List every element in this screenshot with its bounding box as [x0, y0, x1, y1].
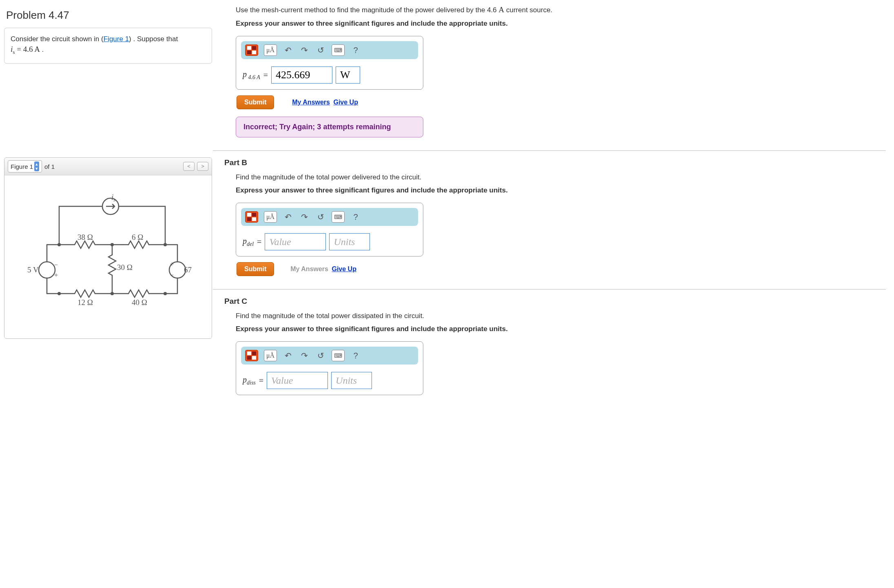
problem-text-post: ) . Suppose that [129, 35, 178, 43]
part-c: Part C Find the magnitude of the total p… [224, 297, 886, 395]
keyboard-icon[interactable]: ⌨ [332, 211, 345, 223]
figure-link[interactable]: Figure 1 [104, 35, 129, 43]
redo-icon[interactable]: ↷ [299, 211, 310, 223]
pb-var: p [243, 237, 247, 245]
reset-icon[interactable]: ↺ [315, 350, 326, 361]
part-a-answer-row: p 4.6 A = [236, 64, 423, 84]
svg-point-4 [111, 243, 114, 246]
part-a-q2: Express your answer to three significant… [236, 18, 886, 29]
svg-point-7 [111, 292, 114, 295]
part-a-my-answers-link[interactable]: My Answers [292, 99, 330, 106]
eq-text: = 4.6 [15, 45, 34, 53]
part-b-my-answers-link: My Answers [290, 265, 328, 272]
units-button[interactable]: μÅ [264, 211, 277, 223]
pa-eq: = [263, 71, 268, 80]
part-a-unit: A [498, 5, 504, 14]
svg-text:30 Ω: 30 Ω [117, 263, 133, 272]
part-b: Part B Find the magnitude of the total p… [224, 158, 886, 276]
part-c-value-input[interactable] [267, 372, 328, 389]
keyboard-icon[interactable]: ⌨ [332, 350, 345, 361]
part-a-q1: Use the mesh-current method to find the … [236, 6, 498, 14]
keyboard-icon[interactable]: ⌨ [332, 44, 345, 56]
part-a-answer-box: μÅ ↶ ↷ ↺ ⌨ ? p 4.6 A = [236, 36, 423, 90]
part-b-prompt: Find the magnitude of the total power de… [236, 172, 886, 195]
part-b-submit-button[interactable]: Submit [237, 262, 274, 276]
part-b-q2: Express your answer to three significant… [236, 185, 886, 196]
part-a-toolbar: μÅ ↶ ↷ ↺ ⌨ ? [241, 41, 418, 59]
divider [213, 289, 886, 290]
part-a-give-up-link[interactable]: Give Up [333, 99, 358, 106]
undo-icon[interactable]: ↶ [283, 44, 293, 56]
pa-var: p [243, 70, 247, 79]
svg-text:+: + [170, 261, 174, 267]
help-icon[interactable]: ? [350, 44, 361, 56]
part-b-q1: Find the magnitude of the total power de… [236, 173, 421, 181]
circuit-diagram: is 38 Ω 6 Ω 30 Ω 12 Ω 40 Ω 5 V 67 V − + … [22, 192, 194, 322]
redo-icon[interactable]: ↷ [299, 350, 310, 361]
part-a-units-input[interactable] [336, 66, 360, 84]
part-c-units-input[interactable] [331, 372, 372, 389]
part-b-title: Part B [224, 158, 886, 167]
svg-point-8 [164, 292, 167, 295]
figure-of-text: of 1 [44, 163, 55, 170]
problem-text-pre: Consider the circuit shown in ( [11, 35, 104, 43]
part-a-prompt: Use the mesh-current method to find the … [236, 4, 886, 29]
part-b-value-input[interactable] [265, 233, 326, 250]
part-c-answer-row: pdiss = [236, 369, 423, 390]
part-c-title: Part C [224, 297, 886, 306]
svg-text:67 V: 67 V [184, 265, 194, 274]
part-a-submit-button[interactable]: Submit [237, 95, 274, 109]
part-b-give-up-link[interactable]: Give Up [332, 265, 356, 272]
redo-icon[interactable]: ↷ [299, 44, 310, 56]
pc-sub: diss [247, 380, 256, 386]
svg-point-1 [39, 262, 55, 278]
figure-selector[interactable]: Figure 1 ▴▾ [8, 160, 42, 172]
part-a: Use the mesh-current method to find the … [236, 4, 886, 137]
svg-text:5 V: 5 V [27, 265, 39, 274]
help-icon[interactable]: ? [350, 350, 361, 361]
undo-icon[interactable]: ↶ [283, 211, 293, 223]
stmt-tail: . [40, 46, 44, 53]
svg-text:−: − [170, 272, 174, 279]
pa-sub: 4.6 A [247, 74, 260, 80]
undo-icon[interactable]: ↶ [283, 350, 293, 361]
svg-text:−: − [54, 261, 58, 268]
template-button[interactable] [245, 350, 258, 361]
svg-text:12 Ω: 12 Ω [77, 298, 93, 307]
pb-sub: del [247, 241, 254, 247]
part-a-q1-tail: current source. [504, 6, 552, 14]
stepper-icon[interactable]: ▴▾ [34, 161, 39, 171]
units-button[interactable]: μÅ [264, 350, 277, 361]
pb-eq: = [257, 237, 261, 247]
problem-title: Problem 4.47 [4, 4, 212, 28]
part-b-submit-row: Submit My Answers Give Up [237, 262, 886, 276]
pc-eq: = [259, 376, 263, 385]
part-a-value-input[interactable] [271, 66, 332, 84]
figure-prev-button[interactable]: < [183, 162, 195, 171]
reset-icon[interactable]: ↺ [315, 211, 326, 223]
figure-header: Figure 1 ▴▾ of 1 < > [4, 158, 212, 175]
figure-panel: Figure 1 ▴▾ of 1 < > [4, 157, 212, 339]
svg-text:6 Ω: 6 Ω [132, 233, 143, 241]
part-c-answer-box: μÅ ↶ ↷ ↺ ⌨ ? pdiss = [236, 341, 423, 395]
svg-point-6 [58, 292, 61, 295]
part-b-answer-row: pdel = [236, 231, 423, 251]
pc-var: p [243, 375, 247, 384]
help-icon[interactable]: ? [350, 211, 361, 223]
part-b-answer-box: μÅ ↶ ↷ ↺ ⌨ ? pdel = [236, 203, 423, 256]
part-b-toolbar: μÅ ↶ ↷ ↺ ⌨ ? [241, 208, 418, 226]
part-b-units-input[interactable] [329, 233, 370, 250]
template-button[interactable] [245, 211, 258, 223]
part-c-toolbar: μÅ ↶ ↷ ↺ ⌨ ? [241, 347, 418, 365]
figure-select-label: Figure 1 [11, 163, 33, 170]
unit-A: A [34, 45, 40, 53]
svg-text:38 Ω: 38 Ω [77, 233, 93, 241]
reset-icon[interactable]: ↺ [315, 44, 326, 56]
figure-next-button[interactable]: > [197, 162, 208, 171]
part-a-feedback: Incorrect; Try Again; 3 attempts remaini… [236, 117, 423, 137]
units-button[interactable]: μÅ [264, 44, 277, 56]
part-c-q2: Express your answer to three significant… [236, 324, 886, 334]
divider [213, 150, 886, 151]
svg-text:40 Ω: 40 Ω [132, 298, 147, 307]
template-button[interactable] [245, 44, 258, 56]
